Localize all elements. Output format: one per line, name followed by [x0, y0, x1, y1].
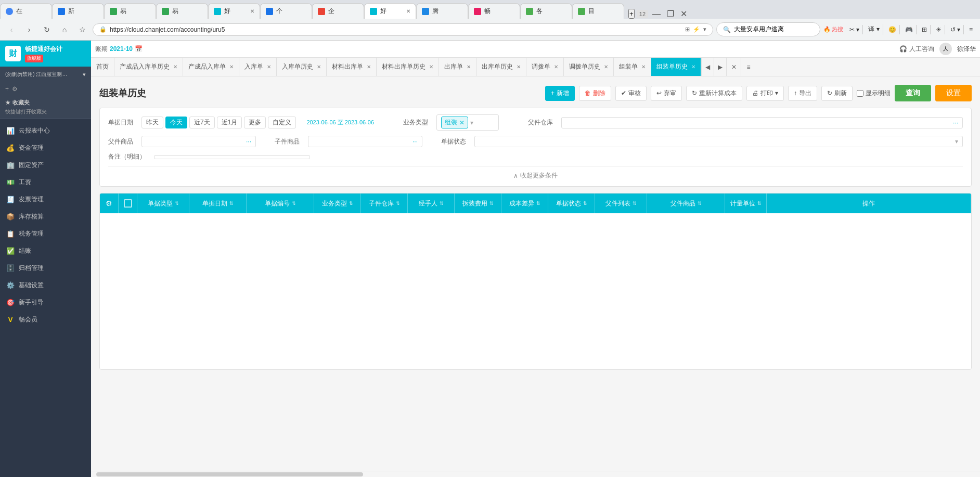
th-check[interactable]	[119, 194, 137, 213]
page-tab-material-out-history[interactable]: 材料出库单历史 ✕	[377, 58, 439, 76]
user-name[interactable]: 徐泽华	[957, 45, 976, 54]
th-bill-date[interactable]: 单据日期 ⇅	[189, 194, 247, 213]
close-in-tab[interactable]: ✕	[267, 64, 271, 70]
bookmark-button[interactable]: ☆	[75, 22, 89, 37]
scrollbar-thumb[interactable]	[96, 472, 363, 476]
date-btn-1month[interactable]: 近1月	[217, 117, 242, 128]
parent-wh-selector[interactable]: ···	[561, 117, 963, 128]
close-out-tab[interactable]: ✕	[467, 64, 471, 70]
new-tab-button[interactable]: +	[628, 9, 635, 19]
tab-close-8[interactable]: ✕	[406, 8, 410, 14]
close-material-out-tab[interactable]: ✕	[367, 64, 371, 70]
sidebar-company-selector[interactable]: (勿删勿禁用) 江西服宝测试专用 ▾	[0, 67, 91, 82]
biz-type-selector[interactable]: 组装 ✕ ▾	[436, 114, 499, 131]
browser-tab-11[interactable]: 各	[520, 3, 572, 19]
export-button[interactable]: ↑ 导出	[788, 86, 817, 101]
page-tab-prod-in[interactable]: 产成品入库单 ✕	[183, 58, 239, 76]
scissors-tool[interactable]: ✂ ▾	[846, 25, 863, 34]
page-tab-out-history[interactable]: 出库单历史 ✕	[476, 58, 526, 76]
favorites-open-shortcut[interactable]: 快捷键打开收藏夹	[5, 107, 86, 115]
favorites-header[interactable]: ★ 收藏夹	[5, 99, 86, 107]
dropdown-icon[interactable]: ▾	[703, 26, 706, 33]
recalculate-button[interactable]: ↻ 重新计算成本	[686, 86, 742, 101]
page-tab-in[interactable]: 入库单 ✕	[239, 58, 277, 76]
calendar-icon[interactable]: 📅	[135, 45, 143, 53]
th-bill-status[interactable]: 单据状态 ⇅	[548, 194, 595, 213]
refresh-nav-button[interactable]: ↻	[40, 22, 54, 37]
header-checkbox[interactable]	[124, 199, 132, 208]
forward-button[interactable]: ›	[22, 22, 36, 37]
close-prod-in-tab[interactable]: ✕	[229, 64, 234, 70]
tab-scroll-right[interactable]: ▶	[714, 58, 727, 76]
new-button[interactable]: + 新增	[545, 86, 575, 101]
add-company-button[interactable]: +	[5, 85, 9, 93]
delete-button[interactable]: 🗑 删除	[579, 86, 611, 101]
show-detail-checkbox[interactable]	[857, 90, 863, 97]
tab-scroll-left[interactable]: ◀	[702, 58, 714, 76]
settings-icon-small[interactable]: ⚙	[12, 85, 18, 93]
translate-tool[interactable]: 译 ▾	[865, 24, 883, 35]
sidebar-item-accounting[interactable]: ✅ 结账	[0, 242, 91, 260]
parent-goods-input[interactable]: ···	[141, 136, 256, 147]
refresh-page-button[interactable]: ↻ 刷新	[821, 86, 853, 101]
page-tab-assembly-history[interactable]: 组装单历史 ✕	[651, 58, 701, 76]
page-tab-out[interactable]: 出库单 ✕	[439, 58, 476, 76]
th-parent-goods[interactable]: 父件商品 ⇅	[647, 194, 725, 213]
tab-close-5[interactable]: ✕	[250, 8, 254, 14]
browser-tab-6[interactable]: 个	[260, 3, 312, 19]
query-button[interactable]: 查询	[895, 85, 931, 101]
print-button[interactable]: 🖨 打印 ▾	[746, 86, 784, 101]
page-tab-material-out[interactable]: 材料出库单 ✕	[327, 58, 377, 76]
lightning-icon[interactable]: ⚡	[693, 26, 700, 33]
browser-tab-1[interactable]: 在	[0, 3, 52, 19]
child-goods-input[interactable]: ···	[308, 136, 422, 147]
search-bar[interactable]: 🔍 大量安卓用户逃离	[716, 22, 820, 36]
browser-tab-12[interactable]: 目	[572, 3, 624, 19]
remarks-input[interactable]	[154, 155, 310, 159]
menu-tool[interactable]: ≡	[966, 25, 976, 34]
browser-tab-7[interactable]: 企	[312, 3, 364, 19]
close-in-history-tab[interactable]: ✕	[317, 64, 321, 70]
sidebar-logo[interactable]: 财 畅捷通好会计 旗舰版	[0, 41, 91, 67]
minimize-button[interactable]: —	[650, 9, 663, 19]
th-settings[interactable]: ⚙	[100, 194, 119, 213]
audit-button[interactable]: ✔ 审核	[615, 86, 647, 101]
address-bar[interactable]: 🔒 https://cloud.chanjet.com/accounting/u…	[93, 23, 713, 36]
browser-tab-2[interactable]: 新	[52, 3, 104, 19]
th-bill-no[interactable]: 单据编号 ⇅	[247, 194, 314, 213]
browser-tab-4[interactable]: 易	[156, 3, 208, 19]
date-btn-custom[interactable]: 自定义	[268, 117, 296, 128]
close-transfer-history-tab[interactable]: ✕	[604, 64, 608, 70]
brightness-tool[interactable]: ☀	[933, 25, 945, 34]
page-tab-prod-in-history[interactable]: 产成品入库单历史 ✕	[114, 58, 183, 76]
th-cost-diff[interactable]: 成本差异 ⇅	[501, 194, 548, 213]
home-button[interactable]: ⌂	[57, 22, 72, 37]
sidebar-item-inventory[interactable]: 📦 库存核算	[0, 208, 91, 225]
parent-goods-dots[interactable]: ···	[246, 138, 251, 145]
close-assembly-tab[interactable]: ✕	[641, 64, 646, 70]
sidebar-item-fixed-assets[interactable]: 🏢 固定资产	[0, 157, 91, 174]
close-material-out-history-tab[interactable]: ✕	[429, 64, 433, 70]
browser-tab-10[interactable]: 畅	[468, 3, 520, 19]
page-tab-transfer[interactable]: 调拨单 ✕	[526, 58, 564, 76]
date-btn-today[interactable]: 今天	[165, 117, 187, 128]
browser-tab-9[interactable]: 腾	[416, 3, 468, 19]
show-detail-toggle[interactable]: 显示明细	[857, 89, 891, 98]
browser-tab-5[interactable]: 好 ✕	[208, 3, 260, 19]
th-parent-list[interactable]: 父件列表 ⇅	[595, 194, 647, 213]
undo-tool[interactable]: ↺ ▾	[947, 25, 964, 34]
date-btn-yesterday[interactable]: 昨天	[141, 117, 163, 128]
tab-menu[interactable]: ≡	[741, 58, 756, 76]
sidebar-item-payroll[interactable]: 💵 工资	[0, 174, 91, 191]
th-disassemble-fee[interactable]: 拆装费用 ⇅	[455, 194, 501, 213]
sidebar-item-cloud-report[interactable]: 📊 云报表中心	[0, 122, 91, 139]
parent-wh-dots[interactable]: ···	[953, 119, 958, 126]
customer-service-button[interactable]: 🎧 人工咨询	[899, 45, 934, 54]
setting-button[interactable]: 设置	[935, 85, 972, 101]
close-prod-in-history-tab[interactable]: ✕	[173, 64, 177, 70]
page-tab-home[interactable]: 首页	[91, 58, 114, 76]
th-handler[interactable]: 经手人 ⇅	[408, 194, 455, 213]
page-tab-transfer-history[interactable]: 调拨单历史 ✕	[564, 58, 614, 76]
sidebar-item-tax[interactable]: 📋 税务管理	[0, 225, 91, 242]
sidebar-item-settings[interactable]: ⚙️ 基础设置	[0, 277, 91, 294]
